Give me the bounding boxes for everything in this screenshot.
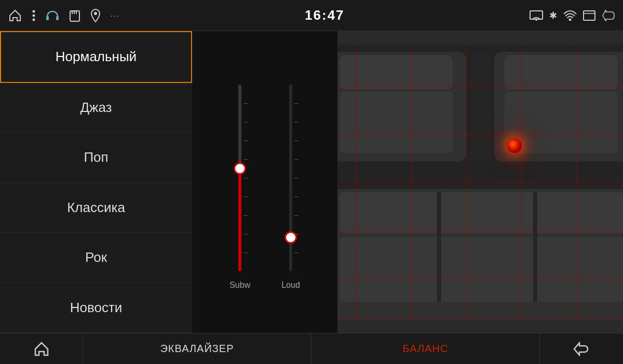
loud-slider-track[interactable] <box>289 85 292 271</box>
home-button[interactable] <box>0 333 83 364</box>
subw-slider-container: Subw <box>229 85 250 290</box>
balance-button[interactable]: БАЛАНС <box>312 333 540 364</box>
dots-icon[interactable]: ··· <box>111 11 120 20</box>
loud-label: Loud <box>281 281 300 290</box>
wifi-icon <box>563 10 577 21</box>
location-icon[interactable] <box>90 8 101 23</box>
back-nav-icon[interactable] <box>602 10 615 21</box>
presets-panel: Нормальный Джаз Поп Классика Рок Новости <box>0 31 192 333</box>
status-bar: ··· 16:47 ✱ <box>0 0 623 31</box>
bluetooth-icon: ✱ <box>549 10 557 21</box>
svg-point-2 <box>33 18 35 21</box>
preset-rock[interactable]: Рок <box>0 233 192 283</box>
subw-slider-track[interactable] <box>238 85 241 271</box>
back-button[interactable] <box>540 333 623 364</box>
status-icons-left: ··· <box>8 8 120 23</box>
svg-point-1 <box>33 14 35 17</box>
car-background <box>337 31 623 333</box>
sd-card-icon[interactable] <box>69 9 80 22</box>
loud-slider-container: Loud <box>281 85 300 290</box>
svg-rect-13 <box>584 11 595 20</box>
preset-news[interactable]: Новости <box>0 283 192 333</box>
sliders-area: Subw <box>192 31 337 333</box>
car-grid[interactable] <box>337 31 623 333</box>
svg-rect-25 <box>340 192 623 233</box>
bottom-bar: ЭКВАЛАЙЗЕР БАЛАНС <box>0 333 623 364</box>
cast-icon <box>530 10 543 21</box>
subw-thumb[interactable] <box>234 162 246 175</box>
svg-rect-23 <box>470 52 491 162</box>
svg-point-0 <box>33 10 35 12</box>
svg-point-11 <box>535 19 537 21</box>
clock-display: 16:47 <box>305 7 345 23</box>
right-panel: Subw <box>192 31 623 333</box>
svg-rect-26 <box>340 237 623 302</box>
home-icon-bottom <box>33 341 50 357</box>
balance-area[interactable]: ЦЕНТР <box>337 31 623 333</box>
main-content: Нормальный Джаз Поп Классика Рок Новости <box>0 31 623 333</box>
preset-classic[interactable]: Классика <box>0 183 192 233</box>
svg-rect-4 <box>56 16 59 20</box>
loud-thumb[interactable] <box>285 231 297 244</box>
preset-normal[interactable]: Нормальный <box>0 31 192 83</box>
car-seats-svg <box>337 31 623 333</box>
svg-rect-3 <box>46 16 49 20</box>
svg-point-9 <box>94 12 97 15</box>
subw-label: Subw <box>229 281 250 290</box>
equalizer-button[interactable]: ЭКВАЛАЙЗЕР <box>83 333 312 364</box>
subw-fill <box>238 169 241 271</box>
balance-dot[interactable] <box>507 138 522 153</box>
back-icon <box>573 342 590 356</box>
preset-pop[interactable]: Поп <box>0 133 192 183</box>
menu-icon[interactable] <box>32 9 36 22</box>
preset-jazz[interactable]: Джаз <box>0 83 192 133</box>
svg-point-12 <box>568 18 571 21</box>
headphones-icon[interactable] <box>45 9 60 22</box>
right-top: Subw <box>192 31 623 333</box>
home-icon[interactable] <box>8 8 22 23</box>
status-icons-right: ✱ <box>530 10 615 21</box>
window-icon[interactable] <box>583 10 595 21</box>
